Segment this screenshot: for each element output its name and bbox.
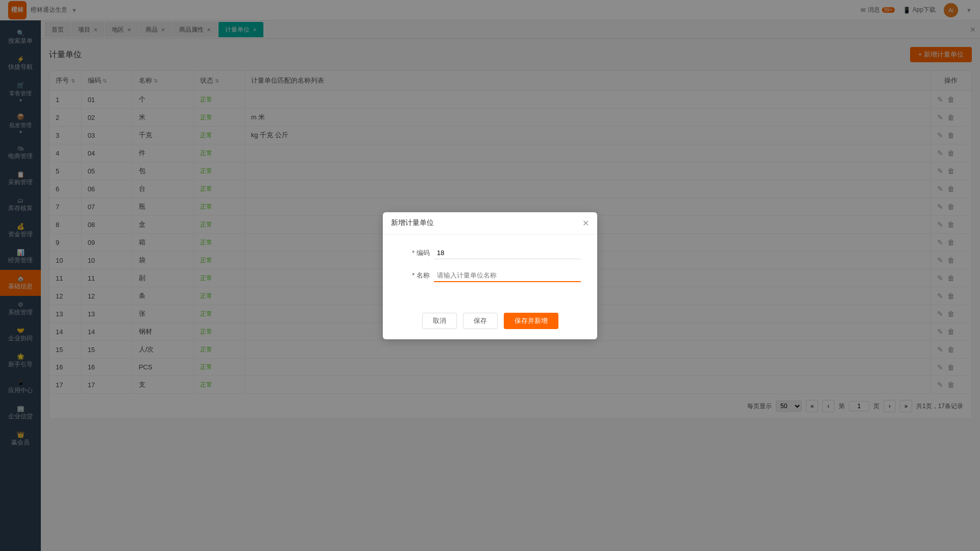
cancel-button[interactable]: 取消 — [422, 313, 457, 329]
modal-close-button[interactable]: ✕ — [582, 218, 589, 228]
name-input[interactable] — [434, 269, 581, 282]
code-label: * 编码 — [399, 248, 430, 258]
name-label: * 名称 — [399, 271, 430, 280]
modal-header: 新增计量单位 ✕ — [383, 212, 597, 235]
add-unit-modal: 新增计量单位 ✕ * 编码 * 名称 取消 保存 保存并新增 — [383, 212, 597, 339]
modal-body: * 编码 * 名称 — [383, 235, 597, 305]
form-row-name: * 名称 — [399, 269, 581, 282]
code-input[interactable] — [434, 247, 581, 259]
modal-overlay[interactable]: 新增计量单位 ✕ * 编码 * 名称 取消 保存 保存并新增 — [0, 0, 980, 551]
modal-title: 新增计量单位 — [391, 218, 434, 228]
save-button[interactable]: 保存 — [463, 313, 498, 329]
form-row-code: * 编码 — [399, 247, 581, 259]
modal-footer: 取消 保存 保存并新增 — [383, 305, 597, 339]
save-and-add-button[interactable]: 保存并新增 — [504, 313, 558, 329]
